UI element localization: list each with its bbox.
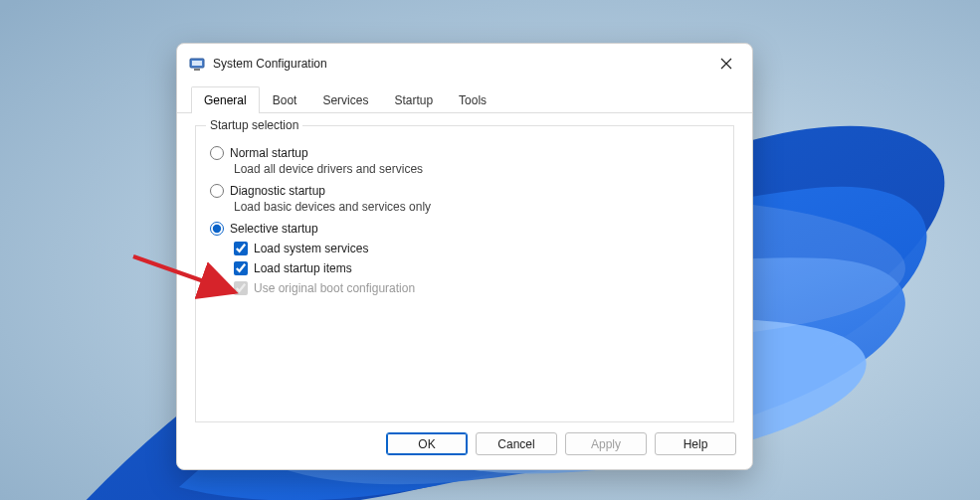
desc-normal-startup: Load all device drivers and services bbox=[234, 162, 719, 176]
ok-button[interactable]: OK bbox=[386, 432, 468, 455]
desc-diagnostic-startup: Load basic devices and services only bbox=[234, 200, 719, 214]
close-icon bbox=[720, 58, 732, 70]
tab-services[interactable]: Services bbox=[309, 86, 381, 113]
startup-selection-group: Startup selection Normal startup Load al… bbox=[195, 125, 734, 422]
window-title: System Configuration bbox=[213, 57, 710, 71]
radio-selective-startup[interactable] bbox=[210, 222, 224, 236]
system-configuration-dialog: System Configuration General Boot Servic… bbox=[176, 43, 753, 470]
label-load-system-services: Load system services bbox=[254, 242, 368, 255]
radio-diagnostic-startup[interactable] bbox=[210, 184, 224, 198]
tab-startup[interactable]: Startup bbox=[381, 86, 446, 113]
cancel-button[interactable]: Cancel bbox=[476, 432, 557, 455]
label-use-original-boot: Use original boot configuration bbox=[254, 281, 415, 295]
msconfig-icon bbox=[189, 56, 205, 72]
group-legend: Startup selection bbox=[206, 118, 302, 132]
checkbox-use-original-boot bbox=[234, 281, 248, 295]
radio-normal-startup[interactable] bbox=[210, 146, 224, 160]
tab-general[interactable]: General bbox=[191, 86, 260, 113]
checkbox-load-startup-items[interactable] bbox=[234, 261, 248, 275]
titlebar: System Configuration bbox=[177, 44, 752, 80]
option-selective-startup[interactable]: Selective startup bbox=[210, 222, 719, 236]
tab-boot[interactable]: Boot bbox=[260, 86, 310, 113]
option-load-startup-items[interactable]: Load startup items bbox=[234, 261, 719, 275]
label-load-startup-items: Load startup items bbox=[254, 261, 352, 275]
dialog-actions: OK Cancel Apply Help bbox=[177, 422, 752, 469]
close-button[interactable] bbox=[710, 52, 742, 76]
checkbox-load-system-services[interactable] bbox=[234, 242, 248, 255]
svg-rect-3 bbox=[192, 61, 202, 66]
apply-button: Apply bbox=[565, 432, 647, 455]
label-selective-startup: Selective startup bbox=[230, 222, 318, 236]
tab-tools[interactable]: Tools bbox=[446, 86, 499, 113]
option-load-system-services[interactable]: Load system services bbox=[234, 242, 719, 255]
option-diagnostic-startup[interactable]: Diagnostic startup bbox=[210, 184, 719, 198]
option-normal-startup[interactable]: Normal startup bbox=[210, 146, 719, 160]
label-normal-startup: Normal startup bbox=[230, 146, 308, 160]
option-use-original-boot: Use original boot configuration bbox=[234, 281, 719, 295]
tab-bar: General Boot Services Startup Tools bbox=[177, 80, 752, 113]
label-diagnostic-startup: Diagnostic startup bbox=[230, 184, 325, 198]
svg-rect-4 bbox=[194, 69, 200, 71]
help-button[interactable]: Help bbox=[655, 432, 736, 455]
